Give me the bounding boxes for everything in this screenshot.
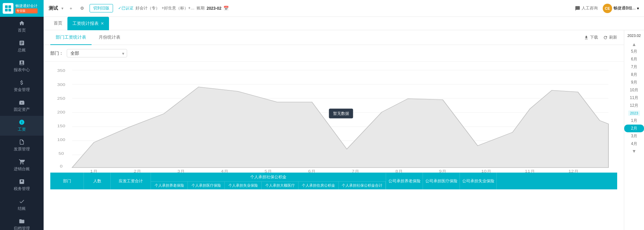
svg-text:0: 0 — [60, 164, 63, 169]
tab-payroll-report[interactable]: 工资统计报表 ✕ — [67, 17, 109, 30]
month-8[interactable]: 8月 — [624, 71, 644, 79]
month-3[interactable]: 3月 — [624, 132, 644, 140]
sidebar-item-assets[interactable]: 固定资产 — [0, 96, 44, 116]
date-input-area: 2023.02 — [624, 32, 644, 41]
month-12[interactable]: 12月 — [624, 102, 644, 109]
service-label: 人工咨询 — [582, 5, 598, 11]
sidebar-item-home[interactable]: 首页 — [0, 17, 44, 37]
sidebar-label-purchase: 进销台账 — [14, 166, 30, 172]
tab-home[interactable]: 首页 — [49, 17, 67, 30]
th-dept: 部门 — [50, 173, 84, 189]
svg-text:1月: 1月 — [90, 169, 98, 173]
sidebar-item-reports[interactable]: 报表中心 — [0, 56, 44, 76]
download-button[interactable]: 下载 — [584, 35, 598, 40]
tag1: 好会计（专） — [136, 5, 160, 11]
dropdown-arrow[interactable]: ▾ — [61, 6, 63, 11]
filterbar: 部门： 全部 销售部 财务部 人事部 技术部 — [44, 45, 624, 62]
svg-text:200: 200 — [57, 110, 65, 114]
chart-area: 暂无数据 350 300 250 200 150 100 50 0 — [44, 62, 624, 230]
chart-container: 暂无数据 350 300 250 200 150 100 50 0 — [50, 65, 617, 173]
month-3-label: 3月 — [631, 134, 637, 138]
sidebar-item-invoice[interactable]: 发票管理 — [0, 136, 44, 155]
subtab-dept[interactable]: 部门工资统计表 — [50, 30, 92, 45]
sidebar-item-closing[interactable]: 结账 — [0, 195, 44, 215]
month-11[interactable]: 11月 — [624, 94, 644, 102]
svg-rect-1 — [8, 5, 11, 8]
svg-text:6月: 6月 — [308, 169, 316, 173]
tab-home-label: 首页 — [54, 20, 62, 26]
user-name: 畅捷通B组... — [613, 5, 636, 11]
service-button[interactable]: 人工咨询 — [575, 5, 598, 11]
svg-text:10月: 10月 — [481, 169, 491, 173]
svg-rect-2 — [5, 9, 8, 11]
add-button[interactable]: ＋ — [67, 4, 75, 12]
sidebar-label-ledger: 总账 — [18, 47, 26, 53]
topbar-right: 人工咨询 CE 畅捷通B组... ▾ — [575, 4, 639, 13]
period-value: 2023-02 — [207, 6, 221, 11]
th-total-salary: 应发工资合计 — [111, 173, 151, 189]
tab-close-button[interactable]: ✕ — [101, 21, 104, 26]
sidebar-label-funds: 资金管理 — [14, 87, 30, 93]
download-label: 下载 — [590, 35, 598, 40]
sidebar-label-closing: 结账 — [18, 206, 26, 212]
sidebar-item-payroll[interactable]: 工资 — [0, 116, 44, 136]
sidebar-item-funds[interactable]: 资金管理 — [0, 76, 44, 96]
month-10[interactable]: 10月 — [624, 86, 644, 94]
sidebar-label-tax: 税务管理 — [14, 186, 30, 192]
month-2-label: 2月 — [631, 126, 637, 131]
tab-payroll-label: 工资统计报表 — [72, 20, 99, 27]
month-12-label: 12月 — [630, 103, 638, 108]
year-2023-label[interactable]: 2023 — [628, 110, 640, 116]
switch-version-button[interactable]: 切到旧版 — [90, 4, 113, 12]
month-9-label: 9月 — [631, 80, 637, 85]
sidebar: 畅捷通好会计 专业版 首页 总账 报表中心 资金管理 固定资产 工资 发票管理 … — [0, 0, 44, 230]
month-4[interactable]: 4月 — [624, 140, 644, 148]
th-company-pension: 公司承担养老保险 — [386, 173, 423, 189]
month-2[interactable]: 2月 — [624, 125, 644, 132]
tabbar: 首页 工资统计报表 ✕ — [44, 17, 644, 30]
th-group-label: 个人承担社保公积金 — [151, 173, 386, 182]
user-menu[interactable]: CE 畅捷通B组... ▾ — [603, 4, 639, 13]
month-5[interactable]: 5月 — [624, 48, 644, 55]
month-6[interactable]: 6月 — [624, 55, 644, 63]
month-7[interactable]: 7月 — [624, 63, 644, 71]
month-9[interactable]: 9月 — [624, 79, 644, 86]
date-nav-down[interactable]: ▼ — [629, 148, 640, 154]
month-11-label: 11月 — [630, 95, 638, 100]
user-avatar: CE — [603, 4, 612, 13]
app-badge: 专业版 — [15, 8, 38, 13]
app-logo: 畅捷通好会计 专业版 — [0, 0, 44, 17]
sidebar-label-home: 首页 — [18, 28, 26, 33]
month-8-label: 8月 — [631, 72, 637, 77]
refresh-button[interactable]: 刷新 — [603, 35, 617, 40]
sidebar-item-archive[interactable]: 归档管理 — [0, 215, 44, 230]
th-headcount: 人数 — [84, 173, 111, 189]
subtabs: 部门工资统计表 月份统计表 下载 刷新 — [44, 30, 624, 45]
calendar-icon[interactable]: 📅 — [223, 6, 229, 11]
chart-area-path — [72, 87, 608, 168]
sidebar-item-purchase[interactable]: 进销台账 — [0, 155, 44, 175]
settings-button[interactable]: ⚙ — [78, 4, 86, 12]
svg-text:4月: 4月 — [221, 169, 229, 173]
sidebar-label-archive: 归档管理 — [14, 226, 30, 230]
app-name: 畅捷通好会计 — [15, 3, 38, 8]
content-main: 部门工资统计表 月份统计表 下载 刷新 部 — [44, 30, 624, 230]
subtab-monthly[interactable]: 月份统计表 — [93, 30, 126, 45]
th-company-unemployment: 公司承担失业保险 — [460, 173, 497, 189]
project-name: 测试 — [49, 5, 58, 11]
subtab-dept-label: 部门工资统计表 — [56, 34, 86, 40]
dept-filter-wrap: 全部 销售部 财务部 人事部 技术部 — [67, 49, 127, 57]
date-nav-up[interactable]: ▲ — [629, 41, 640, 48]
th-unemployment: 个人承担失业保险 — [225, 182, 262, 189]
sidebar-label-reports: 报表中心 — [14, 67, 30, 73]
sidebar-item-ledger[interactable]: 总账 — [0, 37, 44, 56]
date-display[interactable]: 2023.02 — [628, 34, 641, 38]
sidebar-item-tax[interactable]: 税务管理 — [0, 175, 44, 195]
svg-text:7月: 7月 — [352, 169, 360, 173]
svg-text:5月: 5月 — [265, 169, 272, 173]
dept-filter-select[interactable]: 全部 销售部 财务部 人事部 技术部 — [67, 49, 127, 57]
month-1[interactable]: 1月 — [624, 117, 644, 125]
th-social-total: 个人承担社保公积金合计 — [339, 182, 386, 189]
content-area: 部门工资统计表 月份统计表 下载 刷新 部 — [44, 30, 644, 230]
dept-filter-label: 部门： — [50, 50, 63, 56]
